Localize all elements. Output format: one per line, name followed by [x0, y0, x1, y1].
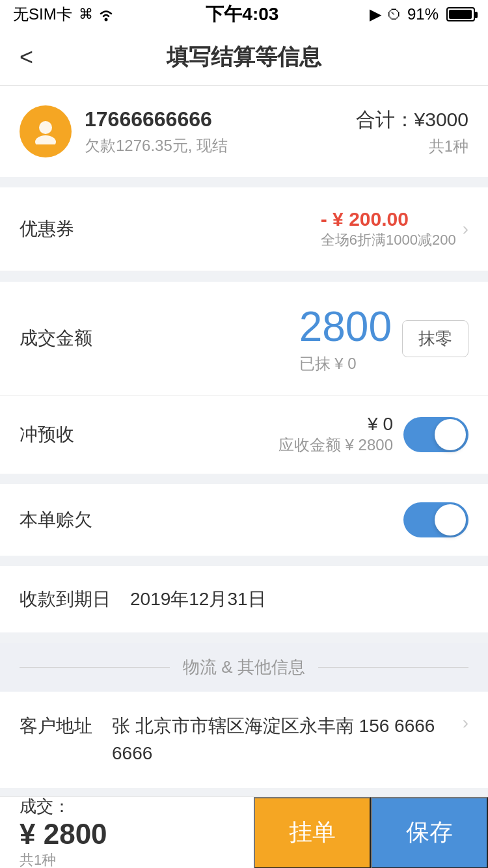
toggle-knob — [435, 419, 466, 450]
svg-point-0 — [104, 18, 107, 21]
sheqian-toggle-knob — [435, 504, 466, 536]
save-button[interactable]: 保存 — [371, 797, 488, 869]
footer-amount: ¥ 2800 — [20, 818, 234, 850]
status-left: 无SIM卡 ⌘ — [13, 4, 115, 25]
divider-4 — [0, 632, 488, 643]
customer-info: 17666666666 欠款1276.35元, 现结 — [85, 107, 228, 156]
chong-right: ¥ 0 应收金额 ¥ 2800 — [278, 414, 468, 455]
coupon-amount: - ¥ 200.00 — [321, 208, 456, 230]
due-row: 收款到期日 2019年12月31日 — [0, 566, 488, 632]
coupon-right: - ¥ 200.00 全场6折满1000减200 › — [321, 208, 468, 250]
sheqian-toggle[interactable] — [403, 502, 468, 537]
carrier-label: 无SIM卡 — [13, 4, 72, 25]
footer-left: 成交： ¥ 2800 共1种 — [0, 795, 254, 868]
coupon-row[interactable]: 优惠券 - ¥ 200.00 全场6折满1000减200 › — [0, 187, 488, 271]
chong-sub: 应收金额 ¥ 2800 — [278, 435, 393, 455]
round-zero-button[interactable]: 抹零 — [402, 320, 468, 357]
coupon-desc: 全场6折满1000减200 — [321, 230, 456, 250]
section-header-text: 物流 & 其他信息 — [183, 656, 305, 679]
due-date-value: 2019年12月31日 — [130, 587, 266, 612]
amount-right: 2800 已抹 ¥ 0 抹零 — [299, 303, 468, 374]
customer-debt: 欠款1276.35元, 现结 — [85, 135, 228, 156]
amount-sub: 已抹 ¥ 0 — [299, 353, 392, 374]
status-bar: 无SIM卡 ⌘ 下午4:03 ▶ ⏲ 91% — [0, 0, 488, 29]
customer-card: 17666666666 欠款1276.35元, 现结 合计：¥3000 共1种 — [0, 86, 488, 177]
footer-bar: 成交： ¥ 2800 共1种 挂单 保存 — [0, 796, 488, 868]
address-row[interactable]: 客户地址 张 北京市市辖区海淀区永丰南 156 6666 6666 › — [0, 692, 488, 788]
amount-label: 成交金额 — [20, 326, 92, 351]
nav-bar: < 填写结算等信息 — [0, 29, 488, 86]
alarm-icon: ⏲ — [386, 5, 402, 23]
sheqian-label: 本单赊欠 — [20, 508, 92, 532]
status-time: 下午4:03 — [206, 2, 278, 27]
customer-right: 合计：¥3000 共1种 — [356, 107, 468, 157]
amount-value: 2800 — [299, 303, 392, 351]
svg-point-1 — [39, 121, 52, 134]
section-header: 物流 & 其他信息 — [0, 643, 488, 692]
status-right: ▶ ⏲ 91% — [370, 5, 475, 23]
customer-total: 合计：¥3000 — [356, 107, 468, 133]
battery-percent: 91% — [407, 5, 439, 23]
footer-count: 共1种 — [20, 850, 234, 868]
customer-phone: 17666666666 — [85, 107, 228, 131]
header-line-left — [20, 667, 170, 668]
address-label: 客户地址 — [20, 712, 92, 739]
chong-row: 冲预收 ¥ 0 应收金额 ¥ 2800 — [0, 396, 488, 474]
divider-1 — [0, 271, 488, 282]
wifi-icon: ⌘ — [79, 6, 115, 23]
address-content: 张 北京市市辖区海淀区永丰南 156 6666 6666 — [112, 712, 443, 767]
amount-section: 成交金额 2800 已抹 ¥ 0 抹零 — [0, 282, 488, 396]
sheqian-row: 本单赊欠 — [0, 484, 488, 556]
divider-2 — [0, 474, 488, 484]
footer-deal-label: 成交： — [20, 795, 234, 818]
avatar — [20, 105, 72, 157]
header-line-right — [318, 667, 468, 668]
chong-label: 冲预收 — [20, 422, 74, 447]
location-icon: ▶ — [370, 5, 381, 23]
due-label: 收款到期日 — [20, 587, 111, 612]
customer-left: 17666666666 欠款1276.35元, 现结 — [20, 105, 228, 157]
customer-count: 共1种 — [356, 136, 468, 157]
svg-point-2 — [35, 135, 56, 144]
battery-icon — [446, 7, 475, 21]
address-chevron-icon: › — [463, 712, 468, 733]
chong-toggle[interactable] — [403, 417, 468, 452]
hang-order-button[interactable]: 挂单 — [254, 797, 371, 869]
chevron-right-icon: › — [463, 219, 468, 239]
page-title: 填写结算等信息 — [167, 42, 321, 72]
divider-3 — [0, 556, 488, 566]
chong-value: ¥ 0 — [278, 414, 393, 435]
coupon-label: 优惠券 — [20, 217, 74, 241]
back-button[interactable]: < — [20, 44, 33, 71]
